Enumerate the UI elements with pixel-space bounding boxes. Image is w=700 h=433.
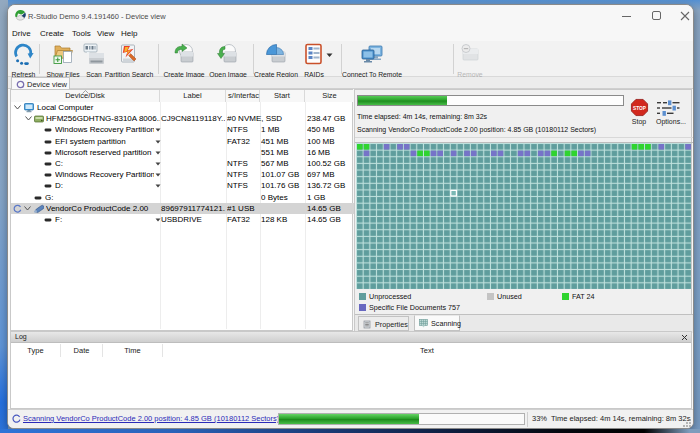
svg-text:STOP: STOP xyxy=(633,106,646,111)
